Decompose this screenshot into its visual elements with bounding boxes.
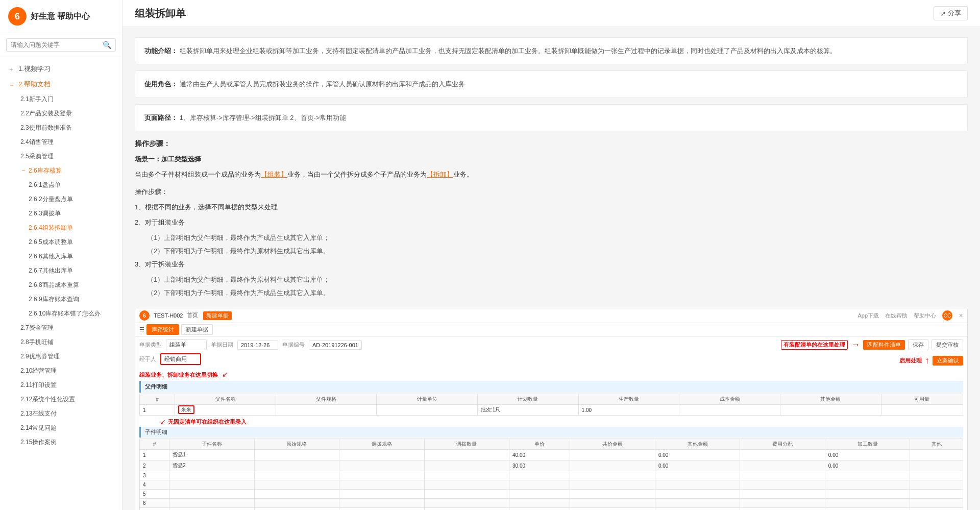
sim-th-plan: 计划数量 — [478, 394, 579, 405]
sim-id-value[interactable]: AD-20191226-001 — [309, 341, 362, 350]
sim-red-note2: 组装业务、拆卸业务在这里切换 — [139, 372, 218, 378]
intro-label-1: 功能介绍： — [144, 47, 178, 55]
sidebar-item-2-11[interactable]: 2.11打印设置 — [18, 378, 122, 392]
sim-red-note1: 有装配清单的在这里处理 — [781, 340, 848, 350]
sidebar-item-2-14[interactable]: 2.14常见问题 — [18, 421, 122, 435]
sim-menu: 首页 新建单据 — [187, 311, 232, 320]
sim-lth-transqty: 调拨数量 — [424, 439, 509, 450]
arrow-up-icon: ↑ — [925, 355, 929, 366]
top-bar: 组装拆卸单 ↗ 分享 — [122, 0, 980, 27]
main-area: 组装拆卸单 ↗ 分享 功能介绍： 组装拆卸单用来处理企业组装或拆卸等加工业务，支… — [122, 0, 980, 510]
sim-company-id: TEST-H002 — [154, 312, 183, 319]
sidebar-item-2-12[interactable]: 2.12系统个性化设置 — [18, 392, 122, 406]
sim-btn-confirm[interactable]: 立案确认 — [933, 356, 963, 366]
sim-form-row1: 单据类型 组装单 单据日期 2019-12-26 单据编号 AD-2019122… — [139, 339, 362, 350]
sidebar-item-2-15[interactable]: 2.15操作案例 — [18, 435, 122, 449]
sim-title-right: App下载 在线帮助 帮助中心 CC ✕ — [857, 310, 963, 321]
sidebar-item-2-3[interactable]: 2.3使用前数据准备 — [18, 120, 122, 135]
search-input[interactable] — [11, 41, 103, 48]
sim-btn-match[interactable]: 匹配料件清单 — [863, 340, 905, 350]
sim-type-label: 单据类型 — [139, 341, 162, 349]
sim-menu-home[interactable]: 首页 — [187, 311, 198, 320]
intro-text-2: 通常由生产人员或库管人员完成拆装业务的操作，库管人员确认原材料的出库和产成品的入… — [180, 80, 465, 88]
sidebar-item-2-9[interactable]: 2.9优惠券管理 — [18, 349, 122, 363]
nav-sub-docs: 2.1新手入门 2.2产品安装及登录 2.3使用前数据准备 2.4销售管理 2.… — [0, 92, 122, 449]
sim-arrow-down-icon: ↙ — [160, 418, 166, 426]
scenario1-desc: 当由多个子件材料组装成一个成品的业务为【组装】业务，当由一个父件拆分成多个子产品… — [135, 168, 968, 181]
content-area: 功能介绍： 组装拆卸单用来处理企业组装或拆卸等加工业务，支持有固定装配清单的产品… — [122, 27, 980, 510]
sidebar-item-2-6-4[interactable]: 2.6.4组装拆卸单 — [27, 221, 122, 235]
collapse-icon: － — [8, 81, 15, 88]
sim-upper-section: 父件明细 — [139, 381, 963, 393]
sidebar-item-label: 2.帮助文档 — [18, 80, 51, 89]
sidebar-item-video[interactable]: ＋ 1.视频学习 — [0, 61, 122, 77]
sim-th-name: 父件名称 — [175, 394, 276, 405]
sim-person-value[interactable]: 经销商用 — [160, 353, 201, 365]
sim-th-other: 其他金额 — [780, 394, 881, 405]
sidebar-item-2-2[interactable]: 2.2产品安装及登录 — [18, 106, 122, 120]
sim-online-help[interactable]: 在线帮助 — [885, 312, 908, 320]
sidebar-item-2-6-8[interactable]: 2.6.8商品成本重算 — [27, 278, 122, 292]
sidebar-item-2-6-2[interactable]: 2.6.2分量盘点单 — [27, 192, 122, 206]
sidebar-item-2-7[interactable]: 2.7资金管理 — [18, 321, 122, 335]
sim-close-btn[interactable]: ✕ — [959, 312, 963, 319]
intro-text-3: 1、库存核算->库存管理->组装拆卸单 2、首页->常用功能 — [180, 114, 347, 122]
sim-form-row1-wrapper: 单据类型 组装单 单据日期 2019-12-26 单据编号 AD-2019122… — [139, 339, 963, 353]
sim-lth-origspec: 原始规格 — [254, 439, 339, 450]
sim-btn-save[interactable]: 保存 — [908, 339, 928, 350]
intro-label-2: 使用角色： — [144, 80, 178, 88]
share-icon: ↗ — [940, 10, 946, 17]
sim-lth-alloc: 费用分配 — [740, 439, 825, 450]
sim-td-num: 1 — [140, 405, 175, 416]
sim-date-value[interactable]: 2019-12-26 — [237, 341, 278, 350]
table-row: 3 — [140, 471, 963, 480]
search-area: 🔍 — [0, 33, 122, 57]
sidebar-item-2-1[interactable]: 2.1新手入门 — [18, 92, 122, 106]
sidebar-item-2-10[interactable]: 2.10经营管理 — [18, 363, 122, 378]
steps-title: 操作步骤： — [135, 139, 968, 149]
sim-help-center[interactable]: 帮助中心 — [914, 312, 936, 320]
intro-block-3: 页面路径： 1、库存核算->库存管理->组装拆卸单 2、首页->常用功能 — [135, 104, 968, 131]
table-row: 2货品230.000.000.00 — [140, 460, 963, 471]
sidebar-item-2-4[interactable]: 2.4销售管理 — [18, 135, 122, 149]
sim-tab-inventory[interactable]: 库存统计 — [146, 324, 179, 335]
share-button[interactable]: ↗ 分享 — [934, 6, 968, 20]
sidebar-item-docs[interactable]: － 2.帮助文档 — [0, 77, 122, 92]
sidebar-item-2-6-9[interactable]: 2.6.9库存账本查询 — [27, 292, 122, 306]
sidebar-item-2-6-5[interactable]: 2.6.5成本调整单 — [27, 235, 122, 249]
sidebar-item-2-6[interactable]: － 2.6库存核算 — [18, 163, 122, 178]
sidebar-item-2-5[interactable]: 2.5采购管理 — [18, 149, 122, 163]
sim-user-avatar[interactable]: CC — [942, 310, 952, 321]
sim-lower-table-header: # 子件名称 原始规格 调拨规格 调拨数量 单价 共价金额 其他金额 费用分配 … — [140, 439, 963, 450]
sidebar-item-2-6-7[interactable]: 2.6.7其他出库单 — [27, 263, 122, 278]
sidebar: 6 好生意 帮助中心 🔍 ＋ 1.视频学习 － 2.帮助文档 2.1新手入门 2… — [0, 0, 122, 510]
sim-nav-left: ☰ 库存统计 新建单据 — [139, 324, 213, 335]
sidebar-item-2-6-10[interactable]: 2.6.10库存账本错了怎么办 — [27, 306, 122, 321]
intro-block-1: 功能介绍： 组装拆卸单用来处理企业组装或拆卸等加工业务，支持有固定装配清单的产品… — [135, 37, 968, 64]
link-chaijue[interactable]: 【拆卸】 — [427, 171, 453, 178]
sidebar-item-2-6-6[interactable]: 2.6.6其他入库单 — [27, 249, 122, 263]
sim-title-left: 6 TEST-H002 首页 新建单据 — [139, 310, 232, 321]
sim-lth-other: 其他金额 — [655, 439, 740, 450]
sidebar-item-2-13[interactable]: 2.13在线支付 — [18, 406, 122, 421]
sim-btn-submit[interactable]: 提交审核 — [932, 339, 963, 350]
sim-app-download[interactable]: App下载 — [857, 312, 879, 320]
step3: 3、对于拆装业务 — [135, 258, 968, 271]
link-zuzhuang[interactable]: 【组装】 — [261, 171, 287, 178]
intro-label-3: 页面路径： — [144, 114, 178, 122]
sidebar-item-2-8[interactable]: 2.8手机旺铺 — [18, 335, 122, 349]
sidebar-item-2-6-1[interactable]: 2.6.1盘点单 — [27, 178, 122, 192]
sim-upper-table-header: # 父件名称 父件规格 计量单位 计划数量 生产数量 成本金额 其他金额 可用量 — [140, 394, 963, 405]
sim-type-value[interactable]: 组装单 — [166, 339, 207, 350]
sim-menu-new[interactable]: 新建单据 — [203, 311, 232, 320]
search-box: 🔍 — [6, 38, 116, 52]
sim-td-other — [780, 405, 881, 416]
sim-id-label: 单据编号 — [282, 341, 305, 349]
step3-sub2: （2）下部明细为子件明细，最终作为产成品生成其它入库单。 — [135, 286, 968, 300]
sidebar-item-2-6-3[interactable]: 2.6.3调拨单 — [27, 206, 122, 221]
sim-form-area: 单据类型 组装单 单据日期 2019-12-26 单据编号 AD-2019122… — [135, 336, 967, 510]
search-icon[interactable]: 🔍 — [103, 41, 111, 49]
sim-lth-num: # — [140, 439, 169, 450]
sim-th-cost: 成本金额 — [679, 394, 780, 405]
sim-tab-new[interactable]: 新建单据 — [181, 324, 213, 335]
